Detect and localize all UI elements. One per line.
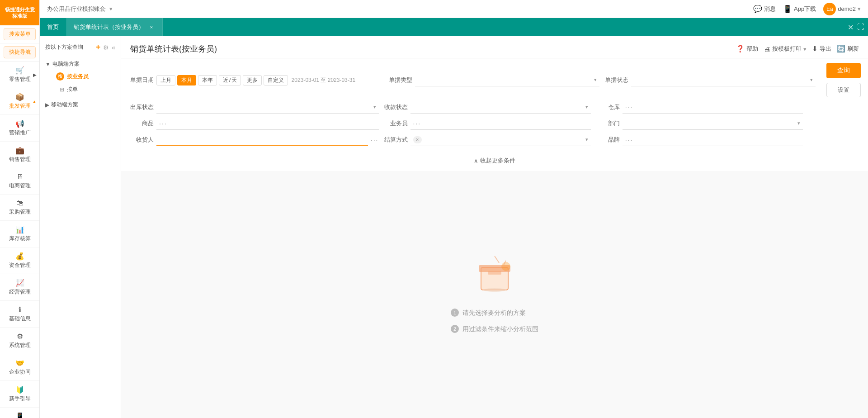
tab-home-label: 首页	[47, 23, 59, 31]
add-scheme-button[interactable]: +	[96, 43, 101, 52]
empty-content: 1 请先选择要分析的方案 2 用过滤条件来缩小分析范围	[451, 254, 538, 335]
message-icon: 💬	[753, 5, 762, 13]
app-download-button[interactable]: 📱 App下载	[783, 5, 816, 13]
dept-select[interactable]: ▾	[623, 117, 803, 130]
print-icon: 🖨	[764, 45, 770, 53]
wholesale-icon: 📦	[15, 93, 24, 101]
date-custom-btn[interactable]: 自定义	[264, 75, 288, 86]
svg-point-6	[483, 288, 506, 292]
tab-bar: 首页 销货单统计表（按业务员） × ✕ ⛶	[40, 18, 868, 36]
date-this-year-btn[interactable]: 本年	[198, 75, 217, 86]
print-label: 按模板打印	[772, 45, 802, 53]
scheme-sub-item-order[interactable]: ⊞ 按单	[45, 83, 115, 95]
pay-status-arrow: ▾	[585, 104, 588, 110]
dept-arrow: ▾	[797, 120, 800, 126]
sidebar-item-sales[interactable]: 💼 销售管理	[0, 142, 39, 168]
pay-status-select[interactable]: ▾	[410, 101, 591, 114]
collapse-button[interactable]: ∧ 收起更多条件	[474, 153, 515, 168]
receiver-dots: ···	[371, 136, 379, 143]
goods-select[interactable]: ···	[156, 117, 379, 130]
sidebar-item-retail[interactable]: 🛒 零售管理 ▶	[0, 62, 39, 88]
sidebar-item-system-label: 系统管理	[9, 342, 31, 349]
export-button[interactable]: ⬇ 导出	[812, 45, 831, 53]
sidebar-item-stock[interactable]: 📊 库存核算	[0, 221, 39, 247]
account-dropdown-icon[interactable]: ▾	[109, 5, 113, 12]
sidebar-item-basic[interactable]: ℹ 基础信息	[0, 301, 39, 328]
filter-section: 单据日期 上月 本月 本年 近7天 更多 自定义 2023-03-01 至 20…	[121, 58, 868, 171]
tip-item-2: 2 用过滤条件来缩小分析范围	[451, 323, 538, 335]
main-area: 办公用品行业模拟账套 ▾ 💬 消息 📱 App下载 Ea demo2 ▾ 首	[40, 0, 868, 418]
page-actions: ❓ 帮助 🖨 按模板打印 ▾ ⬇ 导出 🔄 刷新	[736, 45, 859, 53]
stock-status-select[interactable]: ▾	[156, 101, 379, 114]
retail-icon: 🛒	[15, 66, 24, 75]
collapse-panel-button[interactable]: «	[112, 44, 115, 51]
window-expand-button[interactable]: ⛶	[857, 23, 864, 31]
scheme-item-salesman[interactable]: 按 按业务员	[45, 70, 115, 83]
payment-select[interactable]: × ▾	[410, 133, 591, 146]
sidebar-item-finance[interactable]: 💰 资金管理	[0, 247, 39, 274]
refresh-button[interactable]: 🔄 刷新	[837, 45, 859, 53]
sales-icon: 💼	[15, 146, 24, 155]
page-title: 销货单统计表(按业务员)	[130, 43, 217, 54]
top-header-left: 办公用品行业模拟账套 ▾	[47, 5, 113, 13]
scheme-item-salesman-label: 按业务员	[67, 73, 89, 81]
payment-tag-close[interactable]: ×	[416, 137, 419, 143]
sidebar-item-enterprise[interactable]: 🤝 企业协同	[0, 354, 39, 381]
tip-number-1: 1	[451, 309, 459, 317]
active-scheme-dot: 按	[56, 72, 64, 81]
user-menu[interactable]: Ea demo2 ▾	[823, 3, 861, 15]
window-close-button[interactable]: ✕	[848, 23, 854, 32]
settings-scheme-button[interactable]: ⚙	[103, 44, 109, 51]
tab-right-buttons: ✕ ⛶	[848, 23, 868, 32]
tip-text-2: 用过滤条件来缩小分析范围	[462, 323, 538, 335]
receiver-input[interactable]	[156, 134, 368, 146]
brand-dots: ···	[625, 136, 633, 143]
sidebar-item-newuser[interactable]: 🔰 新手引导	[0, 381, 39, 408]
pc-scheme-group: ▼ 电脑端方案 按 按业务员 ⊞ 按单	[40, 57, 121, 97]
sidebar-item-ecommerce-label: 电商管理	[9, 182, 31, 190]
doc-status-label: 单据状态	[603, 76, 628, 84]
pay-status-label: 收款状态	[382, 103, 408, 111]
pc-scheme-header[interactable]: ▼ 电脑端方案	[45, 58, 115, 70]
tab-close-button[interactable]: ×	[148, 24, 155, 31]
print-button[interactable]: 🖨 按模板打印 ▾	[764, 45, 807, 53]
left-panel-header: 按以下方案查询 + ⚙ «	[40, 40, 121, 55]
settings-button[interactable]: 设置	[826, 83, 861, 97]
brand-select[interactable]: ···	[623, 133, 803, 146]
date-this-month-btn[interactable]: 本月	[177, 75, 196, 86]
mobile-scheme-label: 移动端方案	[51, 101, 78, 109]
svg-rect-2	[488, 271, 501, 275]
quick-nav-button[interactable]: 快捷导航	[4, 46, 36, 58]
sidebar-item-system[interactable]: ⚙ 系统管理	[0, 328, 39, 354]
page-header: 销货单统计表(按业务员) ❓ 帮助 🖨 按模板打印 ▾ ⬇ 导出	[121, 36, 868, 58]
sidebar-item-marketing[interactable]: 📢 营销推广	[0, 115, 39, 142]
tab-home[interactable]: 首页	[40, 18, 66, 36]
date-more-btn[interactable]: 更多	[243, 75, 262, 86]
doc-status-select[interactable]: ▾	[631, 74, 816, 86]
newuser-icon: 🔰	[15, 385, 24, 394]
tab-sales-stats[interactable]: 销货单统计表（按业务员） ×	[66, 18, 163, 36]
sidebar-item-appcenter[interactable]: 📱 应用中心	[0, 408, 39, 418]
sidebar-item-wholesale[interactable]: 📦 批发管理 ▲	[0, 88, 39, 115]
query-button[interactable]: 查询	[826, 63, 861, 78]
sidebar-item-operations[interactable]: 📈 经营管理	[0, 274, 39, 301]
app-download-label: App下载	[794, 5, 816, 13]
help-button[interactable]: ❓ 帮助	[736, 45, 758, 53]
warehouse-select[interactable]: ···	[623, 101, 803, 114]
goods-label: 商品	[128, 119, 154, 128]
salesman-select[interactable]: ···	[410, 117, 591, 130]
sidebar: 畅捷通好生意 标准版 搜索菜单 快捷导航 🛒 零售管理 ▶ 📦 批发管理 ▲ 📢…	[0, 0, 40, 418]
sidebar-item-purchase[interactable]: 🛍 采购管理	[0, 195, 39, 221]
marketing-icon: 📢	[15, 119, 24, 128]
date-last-month-btn[interactable]: 上月	[156, 75, 175, 86]
mobile-scheme-header[interactable]: ▶ 移动端方案	[45, 99, 115, 110]
ecommerce-icon: 🖥	[16, 173, 24, 181]
date-last7-btn[interactable]: 近7天	[219, 75, 241, 86]
sidebar-item-ecommerce[interactable]: 🖥 电商管理	[0, 168, 39, 195]
user-name: demo2	[838, 5, 856, 12]
search-menu-button[interactable]: 搜索菜单	[4, 28, 36, 40]
sidebar-menu: 🛒 零售管理 ▶ 📦 批发管理 ▲ 📢 营销推广 💼 销售管理 🖥 电商管理 🛍…	[0, 62, 39, 418]
sidebar-item-sales-label: 销售管理	[9, 156, 31, 163]
doc-type-select[interactable]: ▾	[415, 74, 599, 86]
message-button[interactable]: 💬 消息	[753, 5, 776, 13]
